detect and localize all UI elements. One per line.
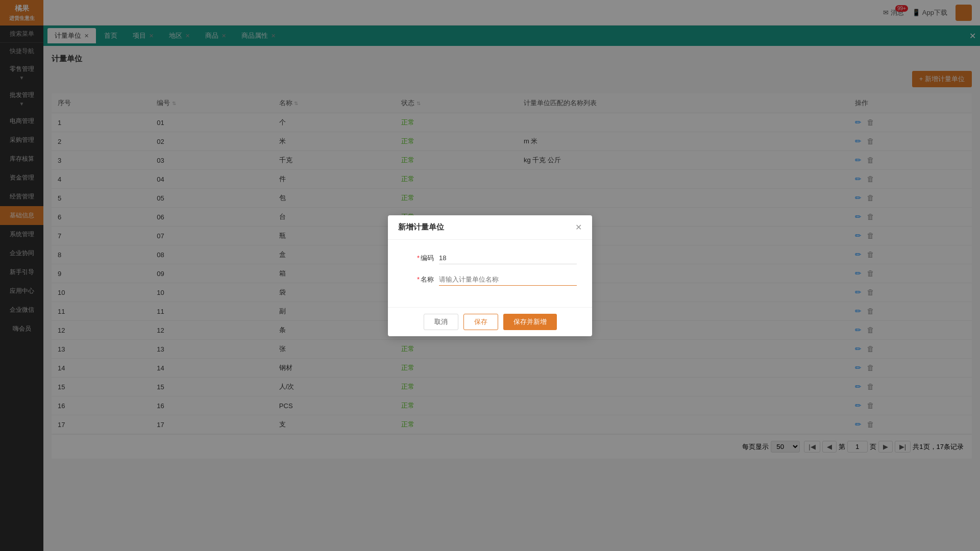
code-input[interactable] [439, 252, 577, 264]
code-field-row: *编码 [403, 252, 577, 264]
dialog-footer: 取消 保存 保存并新增 [388, 307, 592, 336]
dialog-title: 新增计量单位 [398, 222, 444, 232]
name-input[interactable] [439, 273, 577, 286]
modal-overlay: 新增计量单位 ✕ *编码 *名称 取消 保存 保存并新增 [0, 0, 980, 551]
save-and-new-button[interactable]: 保存并新增 [503, 314, 557, 330]
add-unit-dialog: 新增计量单位 ✕ *编码 *名称 取消 保存 保存并新增 [388, 215, 592, 336]
cancel-button[interactable]: 取消 [424, 314, 458, 330]
save-button[interactable]: 保存 [463, 314, 498, 330]
dialog-close-button[interactable]: ✕ [575, 222, 582, 232]
name-label: *名称 [403, 275, 434, 284]
code-label: *编码 [403, 254, 434, 263]
dialog-header: 新增计量单位 ✕ [388, 215, 592, 240]
dialog-body: *编码 *名称 [388, 240, 592, 307]
name-field-row: *名称 [403, 273, 577, 286]
